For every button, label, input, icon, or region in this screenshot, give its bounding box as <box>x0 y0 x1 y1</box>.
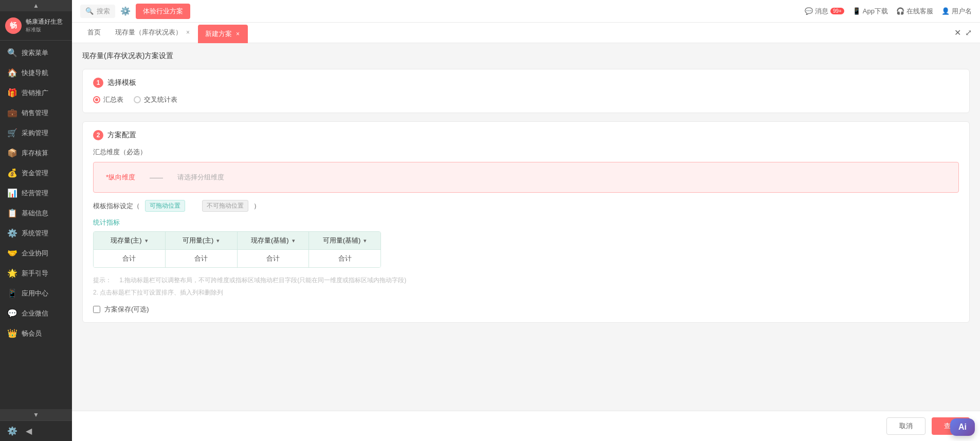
tab-new-plan-close[interactable]: × <box>235 29 241 39</box>
sidebar-item-label: 企业微信 <box>22 309 48 318</box>
sidebar-item-app-center[interactable]: 📱 应用中心 <box>0 283 72 303</box>
app-download-btn[interactable]: 📱 App下载 <box>852 7 888 16</box>
message-label: 消息 <box>815 7 828 16</box>
shortcut-nav-icon: 🏠 <box>7 68 17 78</box>
tips-section: 提示： 1.拖动标题栏可以调整布局，不可跨维度或指标区域拖动栏目字段(只能在同一… <box>93 274 959 299</box>
sidebar-footer: ⚙️ ◀ <box>0 420 72 441</box>
industry-btn[interactable]: 体验行业方案 <box>136 4 190 19</box>
template-radio-group: 汇总表 交叉统计表 <box>93 95 959 104</box>
indicator-settings-divider <box>190 201 197 211</box>
indicator-settings: 模板指标设定（ 可拖动位置 不可拖动位置 ） <box>93 200 959 212</box>
footer-settings-icon[interactable]: ⚙️ <box>7 426 17 436</box>
user-avatar[interactable]: 👤 用户名 <box>941 7 972 16</box>
sidebar-item-operations[interactable]: 📊 经营管理 <box>0 183 72 203</box>
search-menu-icon: 🔍 <box>7 48 17 58</box>
stats-col-cell-1: 合计 <box>94 250 166 267</box>
message-btn[interactable]: 💬 消息 99+ <box>805 7 844 16</box>
sidebar-item-label: 营销推广 <box>22 88 48 98</box>
window-expand-btn[interactable]: ⤢ <box>965 28 972 38</box>
sidebar-item-search-menu[interactable]: 🔍 搜索菜单 <box>0 43 72 63</box>
chevron-down-icon-3: ▾ <box>292 237 295 244</box>
tab-inventory[interactable]: 现存量（库存状况表） × <box>108 23 198 43</box>
indicator-settings-close: ） <box>253 201 260 211</box>
tab-actions: ✕ ⤢ <box>954 28 972 38</box>
message-badge: 99+ <box>830 8 844 14</box>
summary-dimension-label: 汇总维度（必选） <box>93 148 959 157</box>
tip-2-text: 2. 点击标题栏下拉可设置排序、插入列和删除列 <box>93 289 223 296</box>
radio-cross[interactable]: 交叉统计表 <box>134 95 177 104</box>
stats-col-head-1[interactable]: 现存量(主) ▾ <box>94 232 166 249</box>
sidebar-item-inventory[interactable]: 📦 库存核算 <box>0 143 72 163</box>
sidebar-item-system[interactable]: ⚙️ 系统管理 <box>0 223 72 243</box>
sidebar-item-marketing[interactable]: 🎁 营销推广 <box>0 83 72 103</box>
app-name: 畅康通好生意 <box>26 18 63 26</box>
step1-badge: 1 <box>93 78 103 88</box>
user-name: 用户名 <box>952 7 972 16</box>
gear-button[interactable]: ⚙️ <box>120 6 131 16</box>
stats-col-head-4[interactable]: 可用量(基辅) ▾ <box>309 232 380 249</box>
step1-header: 1 选择模板 <box>93 78 959 88</box>
purchase-icon: 🛒 <box>7 128 17 138</box>
sidebar-scroll-down[interactable]: ▼ <box>0 409 72 420</box>
inventory-icon: 📦 <box>7 148 17 158</box>
sidebar-logo: 畅 畅康通好生意 标准版 <box>0 11 72 41</box>
window-close-btn[interactable]: ✕ <box>954 28 961 38</box>
search-box[interactable]: 🔍 搜索 <box>80 5 115 18</box>
ai-float-button[interactable]: Ai <box>950 418 975 436</box>
sales-icon: 💼 <box>7 108 17 118</box>
member-icon: 👑 <box>7 328 17 338</box>
save-checkbox[interactable] <box>93 306 100 313</box>
tip-1: 提示： 1.拖动标题栏可以调整布局，不可跨维度或指标区域拖动栏目字段(只能在同一… <box>93 274 959 286</box>
sidebar-item-purchase[interactable]: 🛒 采购管理 <box>0 123 72 143</box>
tab-home[interactable]: 首页 <box>80 23 108 43</box>
finance-icon: 💰 <box>7 168 17 178</box>
chevron-down-icon-2: ▾ <box>216 237 220 244</box>
sidebar-item-sales[interactable]: 💼 销售管理 <box>0 103 72 123</box>
main-panel: 🔍 搜索 ⚙️ 体验行业方案 💬 消息 99+ 📱 App下载 🎧 在线客服 👤 <box>72 0 980 441</box>
sidebar-item-finance[interactable]: 💰 资金管理 <box>0 163 72 183</box>
sidebar-item-label: 搜索菜单 <box>22 48 48 58</box>
dimension-box[interactable]: *纵向维度 —— 请选择分组维度 <box>93 162 959 193</box>
radio-summary[interactable]: 汇总表 <box>93 95 123 104</box>
sidebar-scroll-up[interactable]: ▲ <box>0 0 72 11</box>
tip-title: 提示： <box>93 277 118 284</box>
indicator-settings-text: 模板指标设定（ <box>93 201 140 211</box>
search-icon: 🔍 <box>85 7 94 15</box>
sidebar-item-wechat[interactable]: 💬 企业微信 <box>0 303 72 323</box>
sidebar-item-label: 企业协同 <box>22 249 48 258</box>
col3-label: 现存量(基辅) <box>251 236 289 245</box>
save-area: 方案保存(可选) <box>93 305 959 314</box>
cancel-button[interactable]: 取消 <box>886 417 925 435</box>
chevron-down-icon-4: ▾ <box>364 237 367 244</box>
col2-label: 可用量(主) <box>183 236 214 245</box>
step1-title: 选择模板 <box>107 78 136 87</box>
sidebar-item-cooperation[interactable]: 🤝 企业协同 <box>0 243 72 263</box>
step2-badge: 2 <box>93 130 103 140</box>
step2-header: 2 方案配置 <box>93 130 959 140</box>
col4-label: 可用量(基辅) <box>323 236 361 245</box>
stats-col-cell-4: 合计 <box>309 250 380 267</box>
tab-new-plan[interactable]: 新建方案 × <box>198 25 248 43</box>
radio-cross-circle <box>134 96 141 103</box>
sidebar-item-label: 资金管理 <box>22 169 48 178</box>
step2-card: 2 方案配置 汇总维度（必选） *纵向维度 —— 请选择分组维度 模板指标设定（… <box>82 121 970 323</box>
stats-col-head-2[interactable]: 可用量(主) ▾ <box>166 232 238 249</box>
non-draggable-tag: 不可拖动位置 <box>202 200 248 212</box>
radio-cross-label: 交叉统计表 <box>144 95 177 104</box>
indicator-label: 模板指标设定（ 可拖动位置 不可拖动位置 ） <box>93 200 959 212</box>
sidebar-item-shortcut-nav[interactable]: 🏠 快捷导航 <box>0 63 72 83</box>
sidebar-item-new-guide[interactable]: 🌟 新手引导 <box>0 263 72 283</box>
footer-bar: 取消 查询 <box>72 411 980 441</box>
sidebar-item-label: 应用中心 <box>22 289 48 298</box>
sidebar-item-basic-info[interactable]: 📋 基础信息 <box>0 203 72 223</box>
app-download-label: App下载 <box>863 7 888 16</box>
online-service-btn[interactable]: 🎧 在线客服 <box>896 7 933 16</box>
tip-1-text: 1.拖动标题栏可以调整布局，不可跨维度或指标区域拖动栏目字段(只能在同一维度或指… <box>119 277 406 284</box>
sidebar-item-member[interactable]: 👑 畅会员 <box>0 323 72 343</box>
save-label: 方案保存(可选) <box>104 305 149 314</box>
logo-icon: 畅 <box>5 17 22 34</box>
topbar-left: 🔍 搜索 ⚙️ 体验行业方案 <box>80 4 190 19</box>
footer-collapse-icon[interactable]: ◀ <box>26 426 32 436</box>
stats-col-head-3[interactable]: 现存量(基辅) ▾ <box>238 232 310 249</box>
tab-inventory-close[interactable]: × <box>185 28 191 37</box>
